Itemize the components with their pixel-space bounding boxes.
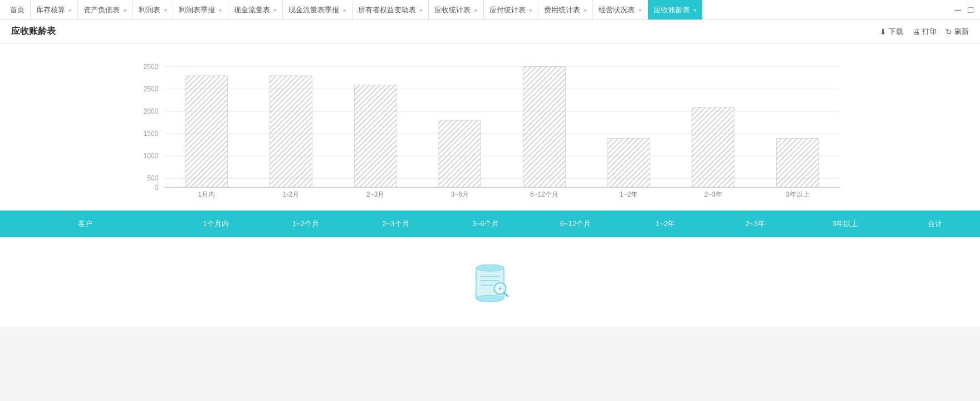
th-3-6month: 3~6个月 (440, 219, 530, 229)
svg-text:1-2月: 1-2月 (283, 190, 299, 198)
th-customer: 客户 (0, 219, 171, 229)
tab-cashflow[interactable]: 现金流量表 × (228, 0, 283, 20)
bar-1-2月 (270, 76, 312, 187)
close-icon[interactable]: × (218, 7, 222, 13)
svg-text:2500: 2500 (144, 85, 159, 93)
close-icon[interactable]: × (273, 7, 277, 13)
svg-text:0: 0 (155, 184, 159, 192)
empty-state (0, 237, 980, 326)
bar-chart: 0 500 1000 1500 2000 2500 2500 1月内 1-2月 … (22, 55, 958, 199)
svg-text:1500: 1500 (144, 130, 159, 138)
empty-illustration (462, 260, 518, 304)
page-actions: ⬇ 下载 🖨 打印 ↻ 刷新 (880, 27, 969, 37)
tab-profit-quarterly[interactable]: 利润表季报 × (173, 0, 228, 20)
close-icon[interactable]: × (123, 7, 126, 13)
refresh-button[interactable]: ↻ 刷新 (945, 27, 969, 37)
tab-cashflow-quarterly[interactable]: 现金流量表季报 × (283, 0, 352, 20)
svg-text:3年以上: 3年以上 (786, 190, 810, 198)
close-icon[interactable]: × (474, 7, 477, 13)
refresh-icon: ↻ (945, 27, 952, 36)
tab-ap-stats[interactable]: 应付统计表 × (484, 0, 538, 20)
tab-profit[interactable]: 利润表 × (133, 0, 173, 20)
svg-text:2000: 2000 (144, 107, 159, 115)
close-icon[interactable]: × (693, 7, 697, 13)
th-6-12month: 6~12个月 (531, 219, 620, 229)
close-icon[interactable]: × (342, 7, 346, 13)
tab-expense-stats[interactable]: 费用统计表 × (538, 0, 593, 20)
tab-bar-actions: ─ □ (948, 3, 976, 17)
svg-text:2~3年: 2~3年 (704, 190, 722, 198)
th-total: 合计 (890, 219, 980, 229)
th-3yearplus: 3年以上 (800, 219, 890, 229)
tab-ar-stats[interactable]: 应收统计表 × (429, 0, 483, 20)
page-header: 应收账龄表 ⬇ 下载 🖨 打印 ↻ 刷新 (0, 20, 980, 43)
svg-text:1月内: 1月内 (198, 190, 215, 198)
th-1month: 1个月内 (171, 219, 261, 229)
download-icon: ⬇ (880, 27, 886, 36)
bar-2-3月 (354, 85, 396, 187)
main-content: 0 500 1000 1500 2000 2500 2500 1月内 1-2月 … (0, 43, 980, 326)
close-icon[interactable]: × (584, 7, 587, 13)
print-button[interactable]: 🖨 打印 (912, 27, 937, 37)
th-2-3month: 2~3个月 (351, 219, 440, 229)
tab-balance[interactable]: 资产负债表 × (78, 0, 133, 20)
th-2-3year: 2~3年 (710, 219, 800, 229)
tab-bar: 首页 库存核算 × 资产负债表 × 利润表 × 利润表季报 × 现金流量表 × … (0, 0, 980, 20)
bar-6-12月 (523, 67, 566, 188)
close-icon[interactable]: × (164, 7, 167, 13)
print-icon: 🖨 (912, 27, 920, 36)
bar-3年以上 (777, 139, 819, 188)
svg-text:500: 500 (147, 174, 158, 182)
bar-2-3年 (692, 107, 734, 187)
download-button[interactable]: ⬇ 下载 (880, 27, 903, 37)
th-1-2month: 1~2个月 (261, 219, 350, 229)
svg-text:3~6月: 3~6月 (451, 190, 469, 198)
tab-inventory[interactable]: 库存核算 × (31, 0, 78, 20)
bar-1-2年 (607, 139, 650, 188)
close-icon[interactable]: × (529, 7, 532, 13)
chart-area: 0 500 1000 1500 2000 2500 2500 1月内 1-2月 … (0, 43, 980, 211)
tab-home[interactable]: 首页 (4, 0, 31, 20)
svg-text:6~12个月: 6~12个月 (530, 190, 558, 198)
bar-1月内 (185, 76, 228, 187)
th-1-2year: 1~2年 (620, 219, 710, 229)
svg-text:1000: 1000 (144, 152, 159, 160)
svg-text:1~2年: 1~2年 (620, 190, 638, 198)
close-icon[interactable]: × (68, 7, 72, 13)
maximize-button[interactable]: □ (966, 3, 976, 17)
close-icon[interactable]: × (419, 7, 423, 13)
tab-equity[interactable]: 所有者权益变动表 × (352, 0, 429, 20)
page-title: 应收账龄表 (11, 26, 56, 37)
svg-text:2~3月: 2~3月 (366, 190, 384, 198)
svg-text:2500: 2500 (144, 63, 159, 71)
minimize-button[interactable]: ─ (953, 3, 963, 17)
tab-ar-aging[interactable]: 应收账龄表 × (648, 0, 703, 20)
table-header: 客户 1个月内 1~2个月 2~3个月 3~6个月 6~12个月 1~2年 2~… (0, 211, 980, 237)
tab-operation[interactable]: 经营状况表 × (593, 0, 648, 20)
close-icon[interactable]: × (638, 7, 641, 13)
bar-3-6月 (439, 120, 481, 187)
